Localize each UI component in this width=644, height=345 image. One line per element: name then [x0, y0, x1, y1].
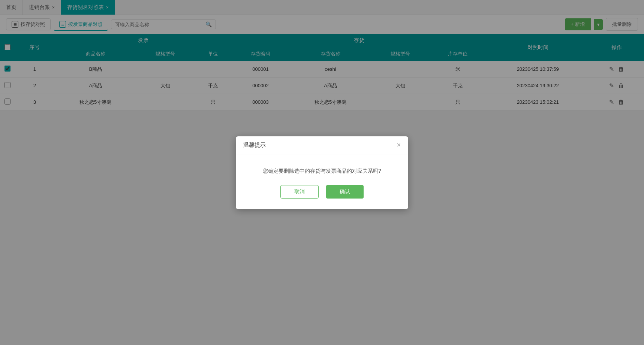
modal-overlay: 温馨提示 × 您确定要删除选中的存货与发票商品的对应关系吗? 取消 确认	[0, 0, 644, 111]
